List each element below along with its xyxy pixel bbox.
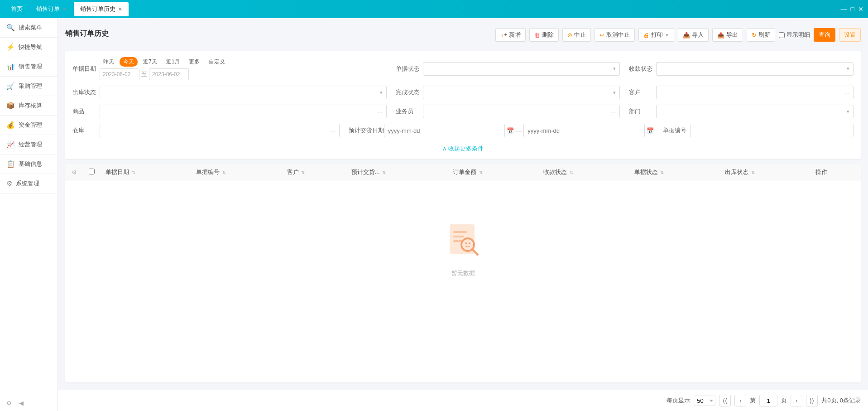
new-button[interactable]: + + 新增 [495, 28, 526, 42]
filter-date-field: 单据日期 昨天 今天 近7天 近1月 更多 自定义 [72, 57, 387, 80]
next-page-icon: › [796, 397, 797, 404]
filter-payment-status-select[interactable]: ▾ [656, 62, 854, 76]
tab-sales-order-close[interactable]: ✕ [62, 6, 67, 12]
refresh-icon: ↻ [752, 32, 757, 39]
filter-bill-status-select[interactable]: ▾ [423, 62, 620, 76]
sidebar-item-finance[interactable]: 💰 资金管理 [0, 116, 58, 135]
settings-button[interactable]: 设置 [839, 28, 861, 42]
expected-date-start-input[interactable] [384, 124, 505, 137]
page-size-select[interactable]: 10 20 50 100 [694, 396, 715, 406]
sort-bill-date-icon: ⇅ [132, 170, 135, 175]
sidebar-item-purchase-mgmt[interactable]: 🛒 采购管理 [0, 77, 58, 96]
last-page-button[interactable]: ⟩⟩ [806, 395, 818, 406]
date-end-input[interactable] [149, 68, 189, 80]
export-button[interactable]: 📤 导出 [712, 28, 743, 42]
topbar: 首页 销售订单 ✕ 销售订单历史 ✕ — □ ✕ [0, 0, 868, 18]
display-toggle[interactable]: 显示明细 [779, 31, 810, 39]
th-bill-date[interactable]: 单据日期 ⇅ [100, 164, 191, 181]
sidebar-item-search-menu[interactable]: 🔍 搜索菜单 [0, 18, 58, 38]
filter-department-select[interactable]: ▾ [656, 105, 854, 118]
filter-panel: 单据日期 昨天 今天 近7天 近1月 更多 自定义 [65, 51, 861, 159]
th-gear[interactable]: ⚙ [65, 164, 83, 181]
date-today[interactable]: 今天 [120, 57, 138, 67]
date-more[interactable]: 更多 [185, 57, 203, 67]
filter-row-1: 单据日期 昨天 今天 近7天 近1月 更多 自定义 [72, 57, 854, 80]
refresh-button[interactable]: ↻ 刷新 [747, 28, 775, 42]
tab-sales-order-history-close[interactable]: ✕ [118, 6, 122, 12]
gear-icon[interactable]: ⚙ [72, 169, 77, 176]
th-expected-delivery[interactable]: 预计交货... ⇅ [346, 164, 447, 181]
query-button[interactable]: 查询 [814, 28, 835, 42]
sidebar-item-basic-info[interactable]: 📋 基础信息 [0, 155, 58, 174]
next-page-button[interactable]: › [791, 395, 802, 406]
header-actions: 销售订单历史 + + 新增 🗑 删除 ⊘ 中止 ↩ [65, 25, 861, 46]
sort-payment-icon: ⇅ [570, 170, 573, 175]
sidebar-settings-icon[interactable]: ⚙ [6, 400, 12, 406]
filter-salesman-input[interactable]: ··· [423, 105, 620, 118]
sidebar-item-operations[interactable]: 📈 经营管理 [0, 135, 58, 155]
calendar-end-icon[interactable]: 📅 [647, 127, 654, 134]
th-order-amount[interactable]: 订单金额 ⇅ [447, 164, 538, 181]
print-button[interactable]: 🖨 打印 ▼ [638, 28, 674, 42]
finance-icon: 💰 [6, 121, 15, 129]
sidebar-item-sales-mgmt[interactable]: 📊 销售管理 [0, 57, 58, 77]
sort-delivery-icon: ⇅ [382, 170, 386, 175]
import-icon: 📥 [683, 32, 690, 39]
filter-complete-status-label: 完成状态 [396, 88, 423, 97]
tab-sales-order-history[interactable]: 销售订单历史 ✕ [74, 2, 129, 16]
calendar-start-icon[interactable]: 📅 [507, 127, 514, 134]
first-page-icon: ⟨⟨ [723, 397, 727, 404]
date-7days[interactable]: 近7天 [139, 57, 161, 67]
date-between-dash: — [516, 127, 522, 134]
first-page-button[interactable]: ⟨⟨ [719, 395, 731, 406]
sidebar-collapse-icon[interactable]: ◀ [19, 400, 24, 406]
th-customer[interactable]: 客户 ⇅ [282, 164, 346, 181]
svg-point-6 [465, 242, 467, 244]
import-button[interactable]: 📥 导入 [678, 28, 709, 42]
date-custom[interactable]: 自定义 [205, 57, 229, 67]
filter-complete-status-select[interactable]: ▾ [423, 86, 620, 99]
sidebar-item-quick-nav[interactable]: ⚡ 快捷导航 [0, 38, 58, 57]
th-out-status[interactable]: 出库状态 ⇅ [719, 164, 810, 181]
sidebar-item-inventory[interactable]: 📦 库存核算 [0, 96, 58, 116]
content-inner: 销售订单历史 + + 新增 🗑 删除 ⊘ 中止 ↩ [58, 18, 868, 390]
close-icon[interactable]: ✕ [858, 5, 863, 13]
filter-bill-no-field: 单据编号 [663, 124, 854, 137]
stop-button[interactable]: ⊘ 中止 [562, 28, 591, 42]
th-bill-status[interactable]: 单据状态 ⇅ [629, 164, 719, 181]
content-area: 销售订单历史 + + 新增 🗑 删除 ⊘ 中止 ↩ [58, 18, 868, 411]
svg-point-7 [469, 242, 470, 244]
filter-out-status-field: 出库状态 ▾ [72, 86, 387, 99]
th-payment-status[interactable]: 收款状态 ⇅ [538, 164, 628, 181]
delete-button[interactable]: 🗑 删除 [529, 28, 559, 42]
date-1month[interactable]: 近1月 [163, 57, 184, 67]
prev-page-button[interactable]: ‹ [734, 395, 746, 406]
current-page-input[interactable] [759, 395, 777, 406]
filter-payment-status-field: 收款状态 ▾ [629, 62, 854, 76]
date-start-input[interactable] [100, 68, 139, 80]
sidebar-item-system-mgmt[interactable]: ⚙ 系统管理 [0, 174, 58, 193]
select-all-checkbox[interactable] [89, 169, 95, 174]
quick-nav-icon: ⚡ [6, 43, 15, 51]
filter-product-input[interactable]: ··· [100, 105, 387, 118]
sort-bill-status-icon: ⇅ [660, 170, 664, 175]
tab-home[interactable]: 首页 [5, 2, 29, 16]
minimize-icon[interactable]: — [841, 5, 847, 13]
tab-sales-order[interactable]: 销售订单 ✕ [30, 2, 73, 16]
collapse-row[interactable]: ∧ 收起更多条件 [72, 143, 854, 153]
filter-bill-no-input[interactable] [690, 124, 854, 137]
tab-list: 首页 销售订单 ✕ 销售订单历史 ✕ [5, 0, 129, 18]
filter-out-status-select[interactable]: ▾ [100, 86, 387, 99]
th-checkbox[interactable] [83, 164, 100, 181]
filter-warehouse-input[interactable]: ··· [100, 124, 340, 137]
th-bill-no[interactable]: 单据编号 ⇅ [191, 164, 281, 181]
expected-date-end-input[interactable] [523, 124, 645, 137]
filter-bill-status-label: 单据状态 [396, 65, 423, 73]
cancel-stop-button[interactable]: ↩ 取消中止 [595, 28, 635, 42]
maximize-icon[interactable]: □ [851, 5, 854, 13]
filter-bill-status-field: 单据状态 ▾ [396, 62, 620, 76]
filter-customer-input[interactable]: ··· [656, 86, 854, 99]
date-yesterday[interactable]: 昨天 [100, 57, 118, 67]
payment-status-chevron: ▾ [847, 66, 849, 72]
display-toggle-checkbox[interactable] [779, 32, 785, 38]
